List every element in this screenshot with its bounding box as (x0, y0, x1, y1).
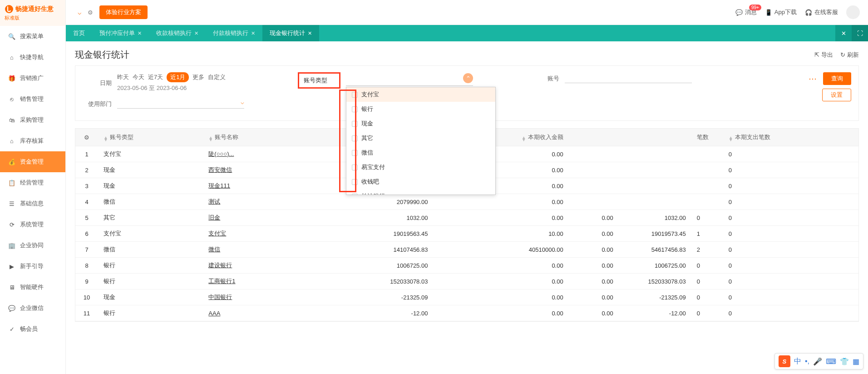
sidebar-item-0[interactable]: 🔍搜索菜单 (0, 26, 65, 47)
account-type-option[interactable]: 收钱吧 (346, 175, 495, 189)
account-name-link[interactable]: 陡(○○○)... (208, 150, 234, 157)
account-type-option[interactable]: 银行 (346, 102, 495, 116)
account-name-link[interactable]: 中国银行 (208, 294, 232, 300)
message-icon: 💬 (735, 9, 743, 16)
sidebar-item-8[interactable]: ☰基础信息 (0, 193, 65, 214)
col-account-type[interactable]: ▲▼账号类型 (98, 129, 203, 146)
refresh-button[interactable]: ↻刷新 (840, 51, 859, 59)
account-type-input[interactable] (346, 75, 473, 86)
checkbox-icon[interactable] (352, 92, 358, 98)
checkbox-icon[interactable] (352, 106, 358, 112)
ime-punct-icon[interactable]: •, (805, 357, 809, 365)
account-name-link[interactable]: 旧金 (208, 214, 220, 221)
gear-icon[interactable]: ⚙ (88, 9, 93, 16)
sidebar-item-13[interactable]: 💬企业微信 (0, 298, 65, 319)
checkbox-icon[interactable] (352, 150, 358, 156)
checkbox-icon[interactable] (352, 165, 358, 170)
sidebar-item-label: 企业协同 (20, 241, 44, 249)
fullscreen-button[interactable]: ⛶ (852, 25, 868, 41)
checkbox-icon[interactable] (352, 194, 358, 195)
sidebar-item-7[interactable]: 📋经营管理 (0, 172, 65, 193)
tab-3[interactable]: 付款核销执行✕ (206, 25, 262, 41)
query-button[interactable]: 查询 (823, 72, 851, 85)
app-download-button[interactable]: 📱 App下载 (765, 8, 797, 16)
date-opt-more[interactable]: 更多 (192, 73, 204, 81)
account-type-option[interactable]: 支付宝 (346, 87, 495, 102)
sidebar-item-1[interactable]: ⌂快捷导航 (0, 47, 65, 68)
sidebar-item-11[interactable]: ▶新手引导 (0, 256, 65, 277)
cell-balance: 54617456.83 (619, 242, 691, 258)
account-name-link[interactable]: 微信 (208, 246, 220, 253)
company-selector[interactable]: ⌵ (74, 9, 81, 16)
tab-1[interactable]: 预付冲应付单✕ (92, 25, 149, 41)
col-account-name[interactable]: ▲▼账号名称 (203, 129, 308, 146)
tab-2[interactable]: 收款核销执行✕ (149, 25, 206, 41)
account-name-link[interactable]: 支付宝 (208, 230, 226, 237)
date-opt-7days[interactable]: 近7天 (148, 73, 163, 81)
account-type-option[interactable]: 长沙银行 (346, 189, 495, 194)
ime-toolbox-icon[interactable]: ▦ (853, 357, 859, 366)
export-button[interactable]: ⇱导出 (814, 51, 833, 59)
date-opt-1month[interactable]: 近1月 (167, 72, 189, 82)
industry-plan-button[interactable]: 体验行业方案 (99, 5, 148, 19)
account-name-link[interactable]: 建设银行 (208, 262, 232, 269)
messages-button[interactable]: 💬 消息 99+ (735, 8, 757, 16)
sidebar-item-3[interactable]: ⎋销售管理 (0, 89, 65, 110)
sidebar-item-5[interactable]: ⌂库存核算 (0, 130, 65, 151)
close-icon[interactable]: ✕ (138, 30, 142, 36)
cell-count (691, 194, 723, 210)
checkbox-icon[interactable] (352, 179, 358, 185)
more-filters-icon[interactable]: ⋯ (809, 74, 818, 84)
close-icon[interactable]: ✕ (194, 30, 198, 36)
col-out-count[interactable]: ▲▼本期支出笔数 (723, 129, 858, 146)
account-type-collapse-icon[interactable]: ⌃ (463, 73, 473, 83)
col-count[interactable]: 笔数 (691, 129, 723, 146)
close-icon[interactable]: ✕ (251, 30, 255, 36)
cell-out-count: 0 (723, 210, 858, 226)
col-settings[interactable]: ⚙ (75, 129, 98, 146)
account-type-option[interactable]: 易宝支付 (346, 160, 495, 175)
ime-skin-icon[interactable]: 👕 (840, 357, 849, 366)
account-name-link[interactable]: 测试 (208, 198, 220, 205)
date-opt-yesterday[interactable]: 昨天 (117, 73, 129, 81)
tab-4[interactable]: 现金银行统计✕ (262, 25, 319, 41)
settings-button[interactable]: 设置 (822, 89, 851, 101)
cell-out: 0.00 (569, 226, 619, 242)
sidebar-item-12[interactable]: 🖥智能硬件 (0, 277, 65, 298)
ime-voice-icon[interactable]: 🎤 (813, 357, 822, 366)
sidebar-item-14[interactable]: ✓畅会员 (0, 319, 65, 339)
checkbox-icon[interactable] (352, 121, 358, 127)
customer-service-button[interactable]: 🎧 在线客服 (805, 8, 838, 16)
account-input[interactable] (565, 72, 692, 83)
cell-income: 0.00 (433, 305, 568, 321)
date-opt-today[interactable]: 今天 (133, 73, 144, 81)
account-name-link[interactable]: AAA (208, 310, 220, 317)
chevron-down-icon[interactable]: ⌵ (241, 99, 244, 105)
account-name-link[interactable]: 现金111 (208, 182, 230, 189)
checkbox-icon[interactable] (352, 135, 358, 141)
tab-label: 预付冲应付单 (99, 29, 135, 37)
department-input[interactable] (117, 98, 244, 109)
user-avatar[interactable] (846, 5, 860, 19)
account-name-link[interactable]: 工商银行1 (208, 278, 235, 284)
sidebar-item-6[interactable]: 💰资金管理 (0, 151, 65, 172)
ime-lang-button[interactable]: 中 (794, 357, 801, 366)
account-type-option[interactable]: 其它 (346, 131, 495, 145)
sidebar-item-2[interactable]: 🎁营销推广 (0, 68, 65, 89)
close-icon[interactable]: ✕ (308, 30, 312, 36)
sidebar-item-4[interactable]: 🛍采购管理 (0, 110, 65, 130)
date-opt-custom[interactable]: 自定义 (208, 73, 226, 81)
account-name-link[interactable]: 西安微信 (208, 166, 232, 173)
account-type-option[interactable]: 微信 (346, 145, 495, 160)
sidebar-item-label: 经营管理 (20, 179, 44, 187)
cell-out (569, 162, 619, 178)
ime-keyboard-icon[interactable]: ⌨ (826, 357, 836, 366)
menu-icon: 🏢 (8, 242, 15, 249)
account-type-option[interactable]: 现金 (346, 116, 495, 131)
sidebar-item-10[interactable]: 🏢企业协同 (0, 235, 65, 256)
sidebar-item-9[interactable]: ⟳系统管理 (0, 214, 65, 235)
cell-count: 1 (691, 226, 723, 242)
tab-close-all-button[interactable]: ✕ (835, 25, 852, 41)
tab-0[interactable]: 首页 (66, 25, 92, 41)
ime-logo-icon[interactable]: S (779, 355, 790, 367)
